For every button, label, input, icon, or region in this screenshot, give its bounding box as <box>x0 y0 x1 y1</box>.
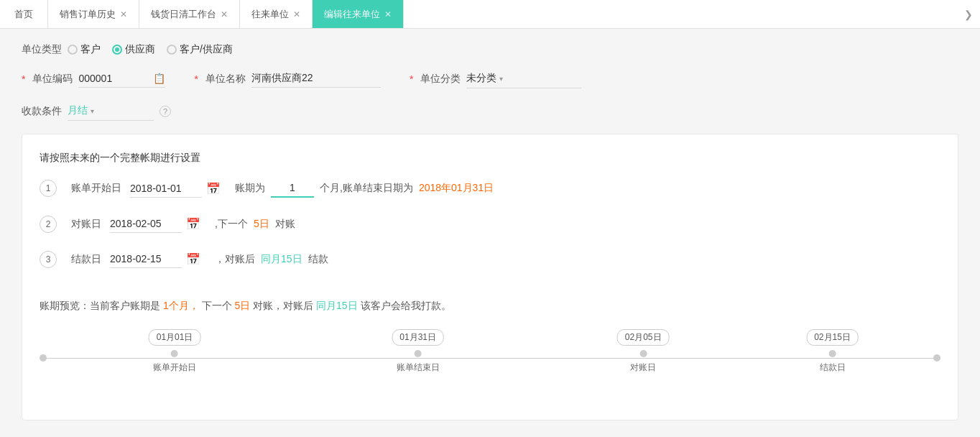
tl-end-dot <box>933 354 940 362</box>
period-months-input[interactable] <box>271 179 314 198</box>
unit-code-copy-icon[interactable]: 📋 <box>153 73 165 84</box>
tab-close-edit-partner[interactable]: ✕ <box>384 9 392 19</box>
unit-code-label: 单位编码 <box>32 73 73 86</box>
tl-badge-1: 01月01日 <box>149 329 201 346</box>
radio-customer[interactable]: 客户 <box>68 43 101 56</box>
step-num-3: 3 <box>40 251 57 268</box>
reconcile-date-input[interactable] <box>110 215 182 233</box>
tl-point-1: 01月01日 账单开始日 <box>149 329 201 374</box>
reconcile-day-highlight: 5日 <box>254 218 269 231</box>
tl-caption-2: 账单结束日 <box>397 362 440 374</box>
unit-type-row: 单位类型 客户 供应商 客户/供应商 <box>22 43 958 56</box>
unit-details-row: * 单位编码 📋 * 单位名称 * 单位分类 未分类 ▾ <box>22 69 958 88</box>
payment-terms-field: 收款条件 月结 ▾ ? <box>22 101 171 121</box>
tl-point-2: 01月31日 账单结束日 <box>392 329 444 374</box>
billing-start-label: 账单开始日 <box>71 182 121 195</box>
settings-card: 请按照未来的一个完整帐期进行设置 1 账单开始日 📅 账期为 个月,账单结束日期… <box>22 134 958 420</box>
unit-type-field: 单位类型 客户 供应商 客户/供应商 <box>22 43 233 56</box>
tab-sales-history[interactable]: 销售订单历史 ✕ <box>48 0 139 28</box>
radio-circle-supplier <box>112 45 122 55</box>
payment-terms-label: 收款条件 <box>22 105 62 118</box>
payment-suffix-a: ，对账后 <box>215 253 255 266</box>
unit-category-value: 未分类 <box>466 72 496 85</box>
tab-cash-work[interactable]: 钱货日清工作台 ✕ <box>139 0 240 28</box>
step-num-2: 2 <box>40 216 57 233</box>
payment-terms-row: 收款条件 月结 ▾ ? <box>22 101 958 121</box>
unit-code-field: * 单位编码 📋 <box>22 70 165 88</box>
unit-name-input[interactable] <box>251 70 381 88</box>
preview-highlight-3: 同月15日 <box>316 300 358 311</box>
payment-date: 📅 <box>110 250 200 268</box>
tl-start-dot <box>40 354 47 362</box>
preview-middle-2: 对账，对账后 <box>253 300 313 311</box>
payment-date-input[interactable] <box>110 250 182 268</box>
radio-label-supplier: 供应商 <box>125 43 155 56</box>
calendar-icon-3[interactable]: 📅 <box>186 252 200 266</box>
tab-close-partner[interactable]: ✕ <box>293 9 300 19</box>
tab-home[interactable]: 首页 <box>0 0 48 28</box>
tl-caption-1: 账单开始日 <box>153 362 196 374</box>
tl-dot-1 <box>171 350 178 357</box>
tl-dot-2 <box>415 350 422 357</box>
timeline: 01月01日 账单开始日 01月31日 账单结束日 02月05日 对账日 <box>40 329 940 387</box>
radio-group-unit-type: 客户 供应商 客户/供应商 <box>68 43 233 56</box>
chevron-down-icon: ▾ <box>499 75 503 83</box>
tab-overflow-button[interactable]: ❯ <box>957 9 980 20</box>
payment-terms-value: 月结 <box>68 104 88 117</box>
tab-edit-partner[interactable]: 编辑往来单位 ✕ <box>313 0 404 28</box>
reconcile-date: 📅 <box>110 215 200 233</box>
preview-highlight-1: 1个月， <box>163 300 199 311</box>
reconcile-date-label: 对账日 <box>71 218 101 231</box>
unit-type-label: 单位类型 <box>22 43 62 56</box>
radio-label-customer: 客户 <box>80 43 101 56</box>
setting-row-3: 3 结款日 📅 ，对账后 同月15日 结款 <box>40 250 940 268</box>
tl-badge-3: 02月05日 <box>617 329 670 346</box>
billing-end-date-highlight: 2018年01月31日 <box>419 182 494 195</box>
unit-code-input-wrapper: 📋 <box>78 70 165 88</box>
setting-row-1: 1 账单开始日 📅 账期为 个月,账单结束日期为 2018年01月31日 <box>40 179 940 198</box>
calendar-icon-1[interactable]: 📅 <box>206 182 221 196</box>
unit-name-field: * 单位名称 <box>194 70 380 88</box>
preview-highlight-2: 5日 <box>234 300 250 311</box>
calendar-icon-2[interactable]: 📅 <box>186 217 200 231</box>
card-title: 请按照未来的一个完整帐期进行设置 <box>40 152 940 165</box>
tl-point-4: 02月15日 结款日 <box>806 329 859 374</box>
reconcile-suffix-a: ,下一个 <box>215 218 248 231</box>
tab-close-sales-history[interactable]: ✕ <box>120 9 127 19</box>
tab-bar: 首页 销售订单历史 ✕ 钱货日清工作台 ✕ 往来单位 ✕ 编辑往来单位 ✕ ❯ <box>0 0 980 29</box>
tab-partner[interactable]: 往来单位 ✕ <box>240 0 313 28</box>
tl-caption-3: 对账日 <box>630 362 656 374</box>
payment-terms-dropdown[interactable]: 月结 ▾ <box>68 101 154 121</box>
billing-start-date: 📅 <box>130 180 221 198</box>
help-icon[interactable]: ? <box>160 106 171 117</box>
tl-dot-3 <box>639 350 647 357</box>
unit-category-label: 单位分类 <box>420 73 461 86</box>
main-content: 单位类型 客户 供应商 客户/供应商 * 单位编码 <box>0 29 980 437</box>
setting-row-2: 2 对账日 📅 ,下一个 5日 对账 <box>40 215 940 233</box>
billing-start-date-input[interactable] <box>130 180 202 198</box>
period-suffix: 个月,账单结束日期为 <box>320 182 413 195</box>
tl-caption-4: 结款日 <box>820 362 846 374</box>
tl-point-3: 02月05日 对账日 <box>617 329 670 374</box>
radio-circle-customer <box>68 45 78 55</box>
tl-dot-4 <box>829 350 836 357</box>
preview-section: 账期预览：当前客户账期是 1个月， 下一个 5日 对账，对账后 同月15日 该客… <box>40 285 940 387</box>
tab-close-cash-work[interactable]: ✕ <box>221 9 228 19</box>
reconcile-suffix-b: 对账 <box>275 218 295 231</box>
unit-category-dropdown[interactable]: 未分类 ▾ <box>466 69 581 88</box>
unit-code-input[interactable] <box>78 70 150 87</box>
radio-circle-both <box>167 45 177 55</box>
preview-middle-1: 下一个 <box>202 300 232 311</box>
payment-day-highlight: 同月15日 <box>261 253 302 266</box>
unit-category-field: * 单位分类 未分类 ▾ <box>410 69 581 88</box>
payment-suffix-b: 结款 <box>308 253 328 266</box>
step-num-1: 1 <box>40 180 57 197</box>
unit-name-label: 单位名称 <box>205 73 246 86</box>
tl-badge-2: 01月31日 <box>392 329 444 346</box>
preview-prefix: 账期预览：当前客户账期是 <box>40 300 160 311</box>
radio-both[interactable]: 客户/供应商 <box>167 43 233 56</box>
radio-supplier[interactable]: 供应商 <box>112 43 155 56</box>
tl-badge-4: 02月15日 <box>806 329 859 346</box>
chevron-down-icon-2: ▾ <box>91 107 94 115</box>
period-prefix: 账期为 <box>235 182 265 195</box>
